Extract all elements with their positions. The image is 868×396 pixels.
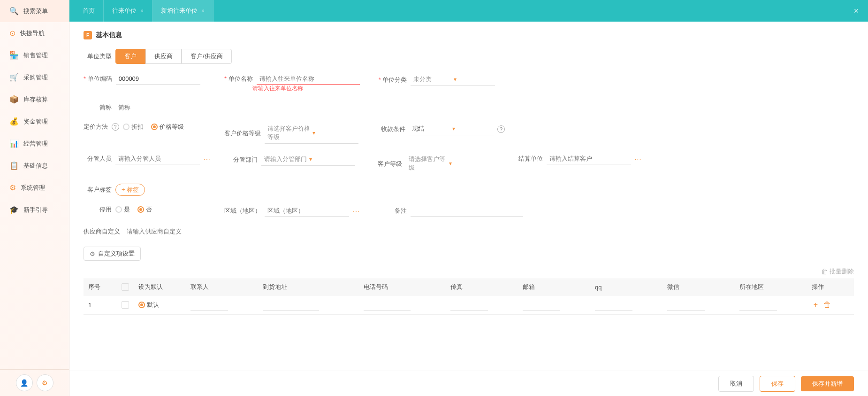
th-index: 序号 [84, 279, 117, 295]
tab-partners-label: 往来单位 [112, 7, 137, 15]
unit-code-input[interactable] [116, 73, 200, 85]
th-action: 操作 [807, 279, 854, 295]
tab-partners-close[interactable]: × [140, 8, 144, 14]
qq-input[interactable] [595, 299, 632, 311]
tab-new-partner-close[interactable]: × [201, 8, 205, 14]
add-tag-button[interactable]: + 标签 [115, 184, 145, 196]
pricing-label: 定价方法 ? [84, 123, 119, 131]
sidebar-item-operations[interactable]: 📊 经营管理 [0, 132, 69, 155]
region-label: 区域（地区） [224, 207, 261, 215]
save-new-button[interactable]: 保存并新增 [801, 376, 854, 391]
region-more-button[interactable]: ··· [353, 207, 360, 215]
required-star2: * [224, 75, 227, 82]
unit-type-customer[interactable]: 客户 [115, 49, 145, 64]
default-radio-label: 默认 [147, 301, 159, 309]
cancel-button[interactable]: 取消 [718, 376, 754, 392]
phone-input[interactable] [364, 299, 411, 311]
wechat-input[interactable] [667, 299, 705, 311]
th-wechat: 微信 [662, 279, 735, 295]
payment-help-icon[interactable]: ? [497, 125, 505, 133]
search-icon: 🔍 [9, 7, 19, 16]
settlement-input[interactable] [547, 153, 631, 164]
customer-price-field: 客户价格等级 请选择客户价格等级 ▾ [224, 123, 358, 144]
customer-level-placeholder: 请选择客户等级 [409, 155, 447, 172]
window-close-button[interactable]: × [849, 6, 863, 16]
tab-new-partner[interactable]: 新增往来单位 × [152, 0, 213, 22]
cell-default: 默认 [134, 295, 186, 315]
cell-fax [446, 295, 518, 315]
region-field: 区域（地区） ··· [224, 205, 360, 217]
payment-value: 现结 [412, 124, 450, 133]
disabled-no-dot [139, 208, 142, 211]
contact-input[interactable] [190, 299, 228, 311]
sidebar-item-system[interactable]: ⚙ 系统管理 [0, 177, 69, 199]
discount-radio-circle [123, 124, 129, 130]
delete-row-button[interactable]: 🗑 [822, 301, 833, 309]
area-input[interactable] [739, 299, 777, 311]
short-name-field: 简称 [84, 102, 206, 113]
unit-category-select[interactable]: 未分类 ▾ [411, 73, 495, 86]
cell-action: + 🗑 [807, 295, 854, 315]
unit-type-both[interactable]: 客户/供应商 [182, 49, 232, 64]
sidebar-item-finance[interactable]: 💰 资金管理 [0, 110, 69, 132]
pricing-help-icon[interactable]: ? [112, 123, 119, 131]
customer-level-select[interactable]: 请选择客户等级 ▾ [406, 153, 490, 174]
remark-input[interactable] [411, 205, 523, 217]
pricing-radio-discount[interactable]: 折扣 [123, 123, 144, 131]
settlement-more-button[interactable]: ··· [635, 155, 642, 163]
unit-category-field: * 单位分类 未分类 ▾ [379, 73, 501, 86]
basic-icon: 📋 [9, 161, 19, 170]
default-radio[interactable]: 默认 [138, 301, 181, 309]
pricing-radio-pricelevel[interactable]: 价格等级 [151, 123, 184, 131]
section-icon: F [84, 31, 92, 39]
pricing-radio-group: 折扣 价格等级 [123, 123, 184, 131]
email-input[interactable] [523, 299, 560, 311]
cell-address [258, 295, 359, 315]
unit-type-supplier[interactable]: 供应商 [145, 49, 182, 64]
sidebar-item-quicknav[interactable]: ⊙ 快捷导航 [0, 22, 69, 44]
disabled-yes[interactable]: 是 [115, 205, 130, 214]
sidebar-item-basic[interactable]: 📋 基础信息 [0, 155, 69, 177]
system-icon: ⚙ [9, 183, 16, 192]
disabled-no[interactable]: 否 [137, 205, 152, 214]
save-button[interactable]: 保存 [760, 376, 795, 392]
table-row: 1 默认 [84, 295, 854, 315]
customer-price-select[interactable]: 请选择客户价格等级 ▾ [265, 123, 358, 144]
batch-delete-label[interactable]: 批量删除 [830, 267, 854, 276]
region-input[interactable] [265, 205, 349, 217]
sidebar-item-search[interactable]: 🔍 搜索菜单 [0, 0, 69, 22]
default-radio-circle [138, 302, 145, 308]
tag-row: 客户标签 + 标签 [84, 184, 854, 196]
department-select[interactable]: 请输入分管部门 ▾ [261, 153, 355, 166]
manager-more-button[interactable]: ··· [204, 155, 211, 163]
select-all-checkbox[interactable] [122, 283, 129, 291]
add-row-button[interactable]: + [812, 301, 820, 309]
custom-setting-button[interactable]: ⚙ 自定义项设置 [84, 247, 141, 261]
sidebar-item-inventory[interactable]: 📦 库存核算 [0, 88, 69, 110]
supplier-custom-row: 供应商自定义 [84, 226, 854, 237]
sidebar-bottom: 👤 ⚙ [0, 369, 69, 396]
cell-wechat [662, 295, 735, 315]
unit-name-input[interactable] [257, 73, 360, 85]
sidebar-item-label: 系统管理 [21, 184, 45, 192]
settings-bottom-button[interactable]: ⚙ [37, 374, 53, 391]
sidebar-item-label: 经营管理 [23, 140, 48, 148]
sidebar-item-newbie[interactable]: 🎓 新手引导 [0, 199, 69, 221]
supplier-custom-input[interactable] [124, 226, 246, 237]
address-input[interactable] [263, 299, 319, 311]
avatar-button[interactable]: 👤 [16, 374, 33, 391]
tab-bar: 首页 往来单位 × 新增往来单位 × × [69, 0, 868, 22]
row-checkbox[interactable] [122, 301, 129, 309]
sidebar-item-purchase[interactable]: 🛒 采购管理 [0, 66, 69, 88]
tab-home[interactable]: 首页 [74, 0, 104, 22]
disabled-no-circle [137, 206, 144, 213]
finance-icon: 💰 [9, 117, 19, 126]
fax-input[interactable] [450, 299, 488, 311]
short-name-input[interactable] [115, 102, 200, 113]
sidebar-item-sales[interactable]: 🏪 销售管理 [0, 44, 69, 66]
pricelevel-radio-circle [151, 124, 158, 130]
tab-home-label: 首页 [83, 7, 95, 15]
tab-partners[interactable]: 往来单位 × [104, 0, 152, 22]
payment-select[interactable]: 现结 ▾ [409, 123, 494, 135]
manager-input[interactable] [115, 153, 200, 164]
